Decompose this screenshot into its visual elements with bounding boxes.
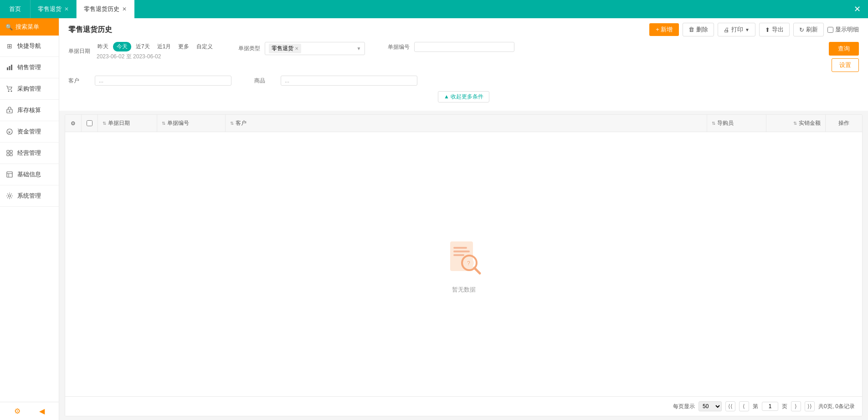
date-btn-more[interactable]: 更多 (175, 42, 192, 51)
next-page-button[interactable]: ⟩ (791, 401, 801, 411)
type-selector[interactable]: 零售退货 ✕ ▼ (265, 42, 365, 55)
quick-nav-icon: ⊞ (5, 42, 14, 50)
goods-filter: 商品 ... (254, 76, 417, 86)
sort-billno-icon: ⇅ (162, 121, 165, 126)
sort-guide-icon: ⇅ (712, 121, 715, 126)
finance-icon: ¥ (5, 128, 14, 136)
date-btn-custom[interactable]: 自定义 (194, 42, 216, 51)
svg-rect-1 (9, 66, 10, 70)
purchase-icon (5, 85, 14, 93)
table-guide-col[interactable]: ⇅ 导购员 (707, 115, 766, 132)
svg-text:?: ? (467, 260, 470, 266)
sidebar-item-quick-nav[interactable]: ⊞ 快捷导航 (0, 36, 59, 57)
sidebar-item-basics[interactable]: 基础信息 (0, 164, 59, 185)
tab-home[interactable]: 首页 (0, 0, 31, 18)
sort-amount-icon: ⇅ (793, 121, 797, 126)
svg-rect-10 (10, 150, 12, 153)
top-bar: 首页 零售退货 ✕ 零售退货历史 ✕ ✕ (0, 0, 868, 18)
svg-rect-12 (10, 154, 12, 156)
date-btn-today[interactable]: 今天 (113, 42, 131, 51)
sidebar-search[interactable]: 🔍 搜索菜单 (0, 18, 59, 36)
goods-placeholder: ... (285, 77, 289, 84)
sales-icon (5, 63, 14, 72)
select-all-checkbox[interactable] (87, 120, 92, 126)
sidebar-item-finance[interactable]: ¥ 资金管理 (0, 121, 59, 143)
filter-section: 零售退货历史 + 新增 🗑 删除 🖨 首页 打印 ▼ ⬆ 导出 (59, 18, 868, 111)
svg-rect-20 (453, 254, 464, 256)
tab-retail-return-history[interactable]: 零售退货历史 ✕ (77, 0, 134, 18)
sidebar-item-operations[interactable]: 经营管理 (0, 143, 59, 164)
svg-text:¥: ¥ (8, 130, 11, 134)
collapse-sidebar-icon[interactable]: ◀ (39, 407, 45, 415)
sidebar-item-inventory[interactable]: 库存核算 (0, 100, 59, 121)
sidebar-item-system[interactable]: 系统管理 (0, 185, 59, 207)
table-amount-col[interactable]: ⇅ 实销金额 (766, 115, 826, 132)
export-button[interactable]: ⬆ 导出 (759, 23, 790, 36)
basics-icon (5, 170, 14, 179)
first-page-button[interactable]: ⟨⟨ (725, 401, 735, 411)
svg-rect-0 (7, 67, 8, 70)
svg-rect-2 (11, 65, 12, 70)
toolbar: + 新增 🗑 删除 🖨 首页 打印 ▼ ⬆ 导出 ↻ 刷新 (649, 23, 859, 36)
table-checkbox-col[interactable] (82, 115, 98, 132)
page-input[interactable] (762, 402, 778, 411)
table-settings-col[interactable]: ⚙ (65, 115, 82, 132)
main-layout: 🔍 搜索菜单 ⊞ 快捷导航 销售管理 采购管理 库存核算 (0, 18, 868, 420)
type-filter: 单据类型 零售退货 ✕ ▼ (238, 42, 365, 55)
tab-close-retail-return[interactable]: ✕ (64, 6, 69, 12)
table-date-col[interactable]: ⇅ 单据日期 (98, 115, 157, 132)
settings-bottom-icon[interactable]: ⚙ (14, 407, 21, 415)
export-icon: ⬆ (765, 26, 770, 33)
tab-retail-return[interactable]: 零售退货 ✕ (31, 0, 77, 18)
page-title: 零售退货历史 (68, 25, 112, 35)
svg-rect-11 (7, 154, 9, 156)
print-dropdown-icon: ▼ (745, 27, 750, 32)
customer-filter: 客户 ... (68, 76, 231, 86)
system-icon (5, 192, 14, 200)
customer-placeholder: ... (99, 77, 103, 84)
sidebar-item-sales[interactable]: 销售管理 (0, 57, 59, 78)
date-filter: 单据日期 昨天 今天 近7天 近1月 更多 自定义 2023-06-02 至 2… (68, 42, 216, 61)
billno-input[interactable] (414, 42, 514, 52)
pagination-bar: 每页显示 50 100 200 ⟨⟨ ⟨ 第 页 ⟩ ⟩⟩ 共0页, 0条记录 (65, 396, 862, 416)
table-ops-col: 操作 (826, 115, 862, 132)
svg-point-16 (9, 195, 11, 197)
page-title-row: 零售退货历史 + 新增 🗑 删除 🖨 首页 打印 ▼ ⬆ 导出 (68, 23, 859, 36)
new-button[interactable]: + 新增 (649, 23, 679, 36)
collapse-row: ▲ 收起更多条件 (68, 89, 859, 106)
page-size-select[interactable]: 50 100 200 (699, 401, 722, 411)
type-tag-close[interactable]: ✕ (295, 46, 298, 51)
table-billno-col[interactable]: ⇅ 单据编号 (157, 115, 226, 132)
type-dropdown-icon: ▼ (356, 46, 361, 51)
settings-button[interactable]: 设置 (832, 58, 859, 72)
table-customer-col[interactable]: ⇅ 客户 (226, 115, 707, 132)
table-container: ⚙ ⇅ 单据日期 ⇅ 单据编号 ⇅ 客户 ⇅ (65, 114, 863, 416)
content-area: 零售退货历史 + 新增 🗑 删除 🖨 首页 打印 ▼ ⬆ 导出 (59, 18, 868, 420)
svg-rect-18 (453, 247, 467, 249)
refresh-button[interactable]: ↻ 刷新 (793, 23, 824, 36)
refresh-icon: ↻ (799, 26, 804, 33)
display-detail-checkbox[interactable]: 显示明细 (827, 26, 859, 34)
svg-rect-13 (7, 172, 12, 177)
total-info: 共0页, 0条记录 (818, 403, 855, 410)
window-close-button[interactable]: ✕ (854, 4, 868, 14)
svg-line-22 (474, 268, 480, 273)
collapse-button[interactable]: ▲ 收起更多条件 (438, 91, 489, 102)
delete-button[interactable]: 🗑 删除 (683, 23, 714, 36)
svg-point-6 (9, 111, 10, 112)
query-button[interactable]: 查询 (829, 42, 859, 56)
svg-rect-9 (7, 150, 9, 153)
svg-point-3 (8, 91, 10, 92)
date-btn-7days[interactable]: 近7天 (133, 42, 153, 51)
date-btn-1month[interactable]: 近1月 (154, 42, 174, 51)
empty-illustration: ? (441, 235, 487, 280)
type-tag: 零售退货 ✕ (269, 44, 301, 53)
search-icon: 🔍 (5, 24, 13, 31)
prev-page-button[interactable]: ⟨ (739, 401, 749, 411)
sidebar-item-purchase[interactable]: 采购管理 (0, 78, 59, 100)
print-button[interactable]: 🖨 首页 打印 ▼ (718, 23, 755, 36)
tab-close-retail-return-history[interactable]: ✕ (122, 6, 127, 12)
last-page-button[interactable]: ⟩⟩ (805, 401, 815, 411)
date-btn-yesterday[interactable]: 昨天 (95, 42, 111, 51)
table-header: ⚙ ⇅ 单据日期 ⇅ 单据编号 ⇅ 客户 ⇅ (65, 115, 862, 132)
